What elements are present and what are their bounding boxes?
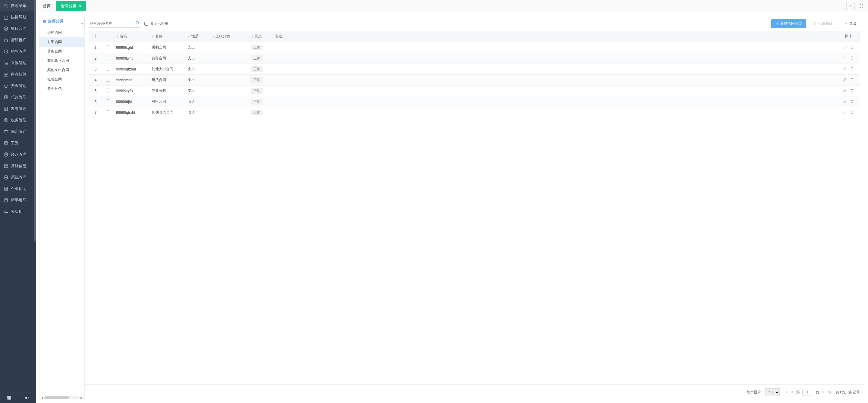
sidebar-item-doc[interactable]: 项目合同	[0, 23, 36, 34]
edit-button[interactable]	[843, 78, 847, 82]
sound-button[interactable]	[18, 393, 36, 403]
delete-button[interactable]	[850, 89, 854, 93]
tree-item[interactable]: 专业分包	[39, 84, 84, 93]
delete-button[interactable]	[850, 45, 854, 50]
status-badge: 正常	[251, 66, 262, 72]
system-icon	[4, 175, 8, 180]
first-page-button[interactable]: |<	[784, 390, 788, 395]
sidebar-item-pie[interactable]: 销售管理	[0, 46, 36, 57]
sidebar-item-warehouse[interactable]: 库存核算	[0, 69, 36, 80]
sidebar-scrollbar[interactable]	[34, 0, 36, 242]
button-label: 新增合同分类	[780, 21, 802, 26]
sidebar-item-cloud[interactable]: 云应用	[0, 206, 36, 217]
tree-item[interactable]: 其他支出合同	[39, 65, 84, 75]
svg-rect-13	[4, 141, 8, 145]
sidebar-item-guide[interactable]: 新手引导	[0, 195, 36, 206]
row-checkbox[interactable]	[102, 75, 114, 86]
delete-button[interactable]	[850, 56, 854, 61]
collapse-panel-button[interactable]: «	[80, 19, 85, 27]
tree-item[interactable]: 对甲合同	[39, 37, 84, 47]
warehouse-icon	[4, 72, 8, 77]
edit-button[interactable]	[843, 110, 847, 115]
sidebar-item-system[interactable]: 系统管理	[0, 172, 36, 183]
edit-button[interactable]	[843, 99, 847, 104]
add-category-button[interactable]: 新增合同分类	[771, 19, 806, 28]
sidebar-item-info[interactable]: 基础信息	[0, 160, 36, 172]
tree-item[interactable]: 租赁合同	[39, 75, 84, 84]
sidebar-item-salary[interactable]: 工资	[0, 137, 36, 149]
last-page-button[interactable]: >|	[827, 390, 832, 395]
cell-remark	[273, 107, 836, 118]
cell-remark	[273, 96, 836, 107]
column-property[interactable]: ▲▼性质	[185, 31, 210, 42]
status-badge: 正常	[251, 110, 262, 115]
close-icon[interactable]: ×	[79, 4, 82, 8]
sidebar-item-label: 总账管理	[11, 95, 27, 100]
sidebar-item-receipt[interactable]: 发票管理	[0, 103, 36, 114]
row-checkbox[interactable]	[102, 107, 114, 118]
tree-header[interactable]: ▦ 全部分类	[39, 15, 84, 27]
next-page-button[interactable]: >	[822, 390, 825, 395]
row-checkbox[interactable]	[102, 86, 114, 96]
scroll-left-button[interactable]: ◀	[41, 396, 44, 399]
page-input[interactable]	[802, 389, 813, 396]
delete-button[interactable]	[850, 67, 854, 72]
cell-property: 支出	[185, 64, 210, 75]
row-checkbox[interactable]	[102, 96, 114, 107]
tree-item[interactable]: 采购合同	[39, 28, 84, 37]
row-checkbox[interactable]	[102, 53, 114, 64]
export-button[interactable]: 导出	[840, 19, 861, 28]
tree-item[interactable]: 其他收入合同	[39, 56, 84, 65]
edit-button[interactable]	[843, 56, 847, 61]
hscroll-thumb[interactable]	[44, 396, 69, 399]
prev-page-button[interactable]: <	[790, 390, 794, 395]
sort-icon: ▲▼	[212, 35, 214, 38]
row-checkbox[interactable]	[102, 64, 114, 75]
sidebar-item-collab[interactable]: 企业协同	[0, 183, 36, 195]
edit-button[interactable]	[843, 89, 847, 93]
cell-status: 正常	[249, 42, 273, 53]
tab-home[interactable]: 首页	[38, 1, 56, 11]
sidebar-item-label: 固定资产	[11, 129, 27, 134]
column-status[interactable]: ▲▼状态	[249, 31, 273, 42]
sidebar-item-tax[interactable]: 税务管理	[0, 114, 36, 126]
sidebar-item-gift[interactable]: 营销推广	[0, 34, 36, 46]
search-input[interactable]	[89, 20, 140, 28]
close-tabs-button[interactable]	[846, 2, 855, 10]
page-prefix: 第	[796, 390, 800, 395]
column-settings[interactable]	[89, 31, 102, 42]
hscroll-track[interactable]	[44, 396, 80, 399]
show-disabled-checkbox[interactable]: 显示已停用	[144, 21, 168, 26]
per-page-select[interactable]: 50	[765, 388, 780, 396]
column-name[interactable]: ▲▼名称	[149, 31, 185, 42]
column-parent[interactable]: ▲▼上级分类	[210, 31, 249, 42]
row-index: 7	[89, 107, 102, 118]
checkbox-input[interactable]	[144, 22, 148, 26]
sidebar-item-cart[interactable]: 采购管理	[0, 57, 36, 69]
row-index: 5	[89, 86, 102, 96]
sidebar-item-label: 云应用	[11, 209, 23, 214]
tab-contract-category[interactable]: 合同分类 ×	[56, 1, 86, 11]
fullscreen-button[interactable]	[857, 2, 866, 10]
sidebar-item-ledger[interactable]: 总账管理	[0, 92, 36, 103]
delete-button[interactable]	[850, 99, 854, 104]
edit-button[interactable]	[843, 45, 847, 50]
edit-button[interactable]	[843, 67, 847, 72]
delete-button[interactable]	[850, 78, 854, 82]
row-checkbox[interactable]	[102, 42, 114, 53]
scroll-right-button[interactable]: ▶	[80, 396, 83, 399]
sidebar-item-coin[interactable]: 资金管理	[0, 80, 36, 92]
sidebar-item-label: 税务管理	[11, 117, 27, 123]
delete-button[interactable]	[850, 110, 854, 115]
column-code[interactable]: ▲▼编码	[114, 31, 149, 42]
search-button[interactable]	[135, 21, 140, 26]
sidebar-item-asset[interactable]: 固定资产	[0, 126, 36, 137]
sidebar-item-home[interactable]: 快捷导航	[0, 11, 36, 23]
sidebar-item-label: 经营管理	[11, 152, 27, 157]
tree-item[interactable]: 劳务合同	[39, 47, 84, 56]
settings-button[interactable]	[0, 393, 18, 403]
column-checkbox-all[interactable]	[102, 31, 114, 42]
sidebar-item-search[interactable]: 搜索菜单	[0, 0, 36, 11]
cell-status: 正常	[249, 53, 273, 64]
sidebar-item-manage[interactable]: 经营管理	[0, 149, 36, 160]
